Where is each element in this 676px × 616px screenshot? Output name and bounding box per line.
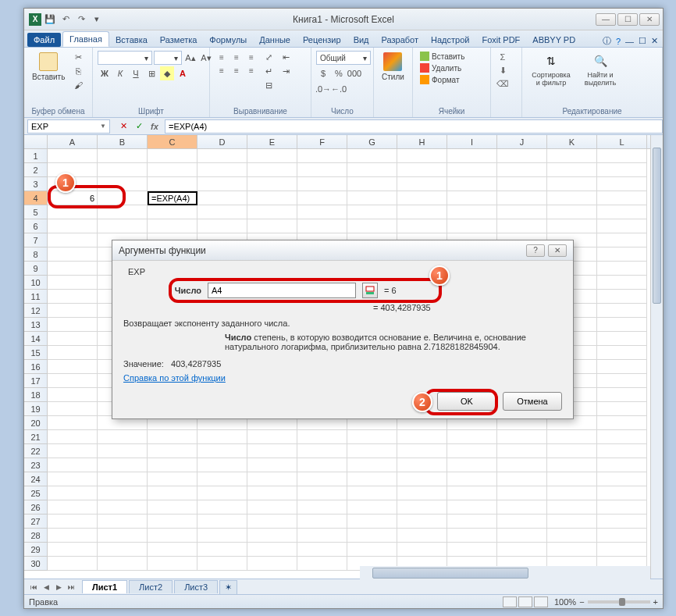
indent-increase-icon[interactable]: ⇥: [279, 65, 293, 77]
cell[interactable]: [297, 205, 347, 219]
window-close-icon[interactable]: ✕: [651, 36, 658, 46]
dialog-help-link[interactable]: Справка по этой функции: [123, 373, 226, 383]
cell[interactable]: [148, 529, 197, 543]
cell[interactable]: [297, 219, 347, 233]
cell[interactable]: [148, 219, 197, 233]
row-header[interactable]: 8: [24, 247, 48, 262]
cell[interactable]: [297, 515, 347, 529]
row-header[interactable]: 29: [24, 543, 48, 557]
cell[interactable]: [397, 177, 447, 191]
cell[interactable]: [247, 543, 297, 557]
cell[interactable]: [597, 191, 647, 205]
formula-input[interactable]: =EXP(A4): [165, 119, 663, 134]
cell[interactable]: [447, 500, 497, 515]
cell[interactable]: [197, 219, 247, 233]
cell[interactable]: [247, 163, 297, 177]
cell[interactable]: [197, 430, 247, 444]
format-painter-icon[interactable]: 🖌: [71, 79, 85, 91]
cell[interactable]: [98, 149, 148, 163]
currency-icon[interactable]: $: [316, 66, 330, 80]
row-header[interactable]: 5: [24, 205, 48, 219]
tab-file[interactable]: Файл: [27, 33, 61, 47]
sheet-tab-1[interactable]: Лист1: [82, 580, 127, 593]
tab-data[interactable]: Данные: [253, 33, 297, 47]
cell[interactable]: [48, 276, 98, 290]
cell[interactable]: [148, 163, 197, 177]
cell[interactable]: [597, 177, 647, 191]
fill-color-button[interactable]: ◆: [160, 66, 174, 80]
orientation-icon[interactable]: ⤢: [262, 51, 276, 63]
cell[interactable]: [297, 177, 347, 191]
cell[interactable]: [48, 486, 98, 500]
cell[interactable]: [547, 515, 597, 529]
cell[interactable]: [597, 472, 647, 486]
fill-icon[interactable]: ⬇: [496, 64, 510, 77]
cell[interactable]: [547, 163, 597, 177]
cell[interactable]: [597, 458, 647, 472]
cell[interactable]: 6: [48, 191, 98, 205]
cell[interactable]: [347, 191, 397, 205]
cell[interactable]: [98, 205, 148, 219]
cell[interactable]: [247, 219, 297, 233]
cell[interactable]: [447, 458, 497, 472]
cell[interactable]: [547, 430, 597, 444]
cell[interactable]: [148, 205, 197, 219]
cell[interactable]: [347, 163, 397, 177]
row-header[interactable]: 22: [24, 444, 48, 458]
cell[interactable]: [597, 247, 647, 262]
sheet-tab-2[interactable]: Лист2: [129, 580, 173, 593]
zoom-level[interactable]: 100%: [554, 597, 576, 607]
col-header-g[interactable]: G: [347, 135, 397, 148]
window-restore-icon[interactable]: ☐: [639, 36, 646, 46]
cell[interactable]: [148, 458, 197, 472]
undo-icon[interactable]: ↶: [59, 12, 73, 27]
cell[interactable]: [48, 444, 98, 458]
row-header[interactable]: 13: [24, 318, 48, 332]
cell[interactable]: [48, 290, 98, 304]
cell[interactable]: [98, 500, 148, 515]
cell[interactable]: [98, 191, 148, 205]
cell[interactable]: [397, 529, 447, 543]
enter-formula-icon[interactable]: ✓: [132, 119, 146, 134]
cell[interactable]: [347, 458, 397, 472]
cell[interactable]: [447, 444, 497, 458]
dialog-cancel-button[interactable]: Отмена: [503, 392, 562, 411]
find-select-button[interactable]: 🔍 Найти и выделить: [578, 51, 622, 88]
new-sheet-button[interactable]: ✶: [219, 580, 237, 594]
cell[interactable]: [347, 444, 397, 458]
cell[interactable]: [197, 557, 247, 571]
cell[interactable]: [597, 219, 647, 233]
cell[interactable]: [547, 543, 597, 557]
row-header[interactable]: 11: [24, 290, 48, 304]
cell[interactable]: [247, 149, 297, 163]
cell[interactable]: [197, 543, 247, 557]
cell[interactable]: [247, 191, 297, 205]
cell[interactable]: [497, 486, 547, 500]
insert-cells-button[interactable]: Вставить: [418, 51, 467, 62]
cell[interactable]: [547, 486, 597, 500]
cell[interactable]: [347, 486, 397, 500]
cell[interactable]: [98, 458, 148, 472]
row-header[interactable]: 24: [24, 472, 48, 486]
cell[interactable]: [247, 177, 297, 191]
cell[interactable]: [497, 543, 547, 557]
cell[interactable]: [98, 444, 148, 458]
percent-icon[interactable]: %: [332, 66, 346, 80]
align-middle-icon[interactable]: ≡: [229, 51, 244, 63]
cell[interactable]: [48, 346, 98, 360]
grow-font-icon[interactable]: A▴: [183, 51, 197, 65]
cell[interactable]: [597, 515, 647, 529]
cell[interactable]: [48, 247, 98, 262]
cell[interactable]: [197, 458, 247, 472]
cell[interactable]: [48, 402, 98, 416]
cell[interactable]: [597, 430, 647, 444]
cell[interactable]: [48, 472, 98, 486]
cell[interactable]: [497, 444, 547, 458]
format-cells-button[interactable]: Формат: [418, 74, 467, 85]
cell[interactable]: [48, 529, 98, 543]
dialog-help-button[interactable]: ?: [526, 244, 545, 257]
col-header-c[interactable]: C: [148, 135, 197, 148]
window-min-icon[interactable]: —: [625, 37, 634, 46]
cell[interactable]: [597, 276, 647, 290]
cell[interactable]: [347, 430, 397, 444]
